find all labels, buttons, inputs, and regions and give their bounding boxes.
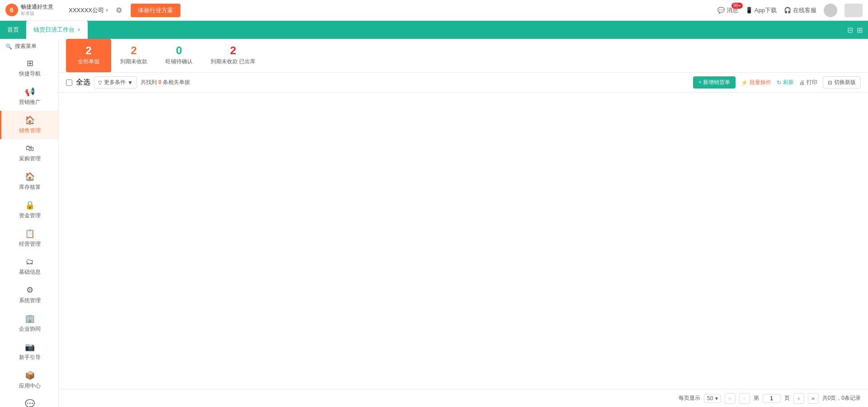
sidebar: 🔍 搜索菜单 ⊞ 快捷导航 📢 营销推广 🏠 销售管理 🛍 采购管理 🏠 库存核…	[0, 39, 59, 407]
sidebar-search[interactable]: 🔍 搜索菜单	[0, 39, 58, 54]
marketing-icon: 📢	[25, 87, 35, 97]
per-page-select[interactable]: 50 ▾	[704, 394, 721, 403]
all-count: 2	[85, 44, 91, 57]
batch-btn[interactable]: ⚡ 批量操作	[741, 79, 771, 86]
sidebar-item-finance[interactable]: 🔒 资金管理	[0, 196, 58, 224]
top-header: 6 畅捷通好生意 标准版 XXXXXX公司 ▾ ⚙ 体验行业方案 💬 消息 99…	[0, 0, 868, 21]
online-service-action[interactable]: 🎧 在线客服	[784, 6, 816, 14]
stats-tabs: 2 全部单据 2 到期未收款 0 旺铺待确认 2 到期未收款 已出库	[59, 39, 868, 73]
sidebar-label-system: 系统管理	[19, 297, 41, 304]
sidebar-item-enterprise[interactable]: 🏢 企业协同	[0, 309, 58, 337]
found-suffix: 条相关单据	[163, 79, 190, 85]
sidebar-item-guide[interactable]: 📷 新手引导	[0, 337, 58, 366]
close-tab-icon[interactable]: ×	[77, 27, 80, 33]
sidebar-label-quick-nav: 快捷导航	[19, 70, 41, 78]
minimize-icon[interactable]: ⊟	[847, 26, 853, 34]
sales-icon: 🏠	[25, 115, 35, 125]
sidebar-item-quick-nav[interactable]: ⊞ 快捷导航	[0, 54, 58, 82]
switch-view-btn[interactable]: ⊟ 切换新版	[823, 76, 861, 89]
inventory-icon: 🏠	[25, 172, 35, 182]
prev-page-btn[interactable]: ‹	[739, 393, 750, 404]
base-icon: 🗂	[26, 257, 34, 267]
expand-icon[interactable]: ⊞	[857, 26, 863, 34]
new-order-btn[interactable]: + 新增销货单	[693, 76, 736, 89]
sidebar-item-operations[interactable]: 📋 经营管理	[0, 224, 58, 253]
sidebar-item-purchase[interactable]: 🛍 采购管理	[0, 139, 58, 167]
page-input[interactable]	[763, 394, 781, 403]
select-all-label: 全选	[76, 78, 90, 87]
stat-tab-pending[interactable]: 0 旺铺待确认	[156, 39, 202, 72]
download-icon: 📱	[745, 7, 753, 14]
print-label: 打印	[807, 79, 817, 86]
toolbar-right: + 新增销货单 ⚡ 批量操作 ↻ 刷新 🖨 打印 ⊟ 切换新版	[693, 76, 861, 89]
sidebar-item-sales[interactable]: 🏠 销售管理	[0, 111, 58, 139]
overdue-label: 到期未收款	[120, 58, 147, 65]
filter-icon: ▽	[98, 80, 102, 86]
app-download-action[interactable]: 📱 App下载	[745, 6, 777, 14]
stat-tab-overdue[interactable]: 2 到期未收款	[111, 39, 156, 72]
found-prefix: 共找到	[141, 79, 157, 85]
content-area: 2 全部单据 2 到期未收款 0 旺铺待确认 2 到期未收款 已出库 全选	[59, 39, 868, 407]
stat-tab-all[interactable]: 2 全部单据	[66, 39, 111, 72]
batch-icon: ⚡	[741, 80, 748, 86]
finance-icon: 🔒	[25, 200, 35, 210]
chevron-down-icon: ▾	[106, 8, 108, 13]
per-page-chevron-icon: ▾	[715, 395, 718, 402]
sidebar-label-guide: 新手引导	[19, 354, 41, 361]
quick-nav-icon: ⊞	[27, 58, 33, 68]
batch-label: 批量操作	[750, 79, 771, 86]
sidebar-label-purchase: 采购管理	[19, 155, 41, 163]
app-badge: 标准版	[21, 10, 53, 17]
last-page-btn[interactable]: »	[808, 393, 819, 404]
wechat-icon: 💬	[25, 399, 35, 407]
industry-btn[interactable]: 体验行业方案	[131, 4, 180, 17]
tab-home[interactable]: 首页	[0, 21, 26, 39]
logo-text-wrap: 畅捷通好生意 标准版	[21, 4, 53, 16]
filter-label: 更多条件	[104, 79, 126, 86]
service-icon: 🎧	[784, 7, 791, 14]
overdue-count: 2	[131, 44, 137, 57]
sidebar-item-appstore[interactable]: 📦 应用中心	[0, 366, 58, 394]
logo-area: 6 畅捷通好生意 标准版	[5, 4, 64, 16]
message-action[interactable]: 💬 消息 99+	[717, 6, 738, 14]
nav-tabs-controls: ⊟ ⊞	[842, 26, 868, 34]
table-area	[59, 93, 868, 389]
settings-icon[interactable]: ⚙	[113, 4, 125, 17]
total-text: 共0页，0条记录	[822, 394, 861, 402]
system-icon: ⚙	[26, 285, 33, 295]
message-icon: 💬	[717, 7, 725, 14]
company-selector[interactable]: XXXXXX公司 ▾	[69, 6, 108, 14]
user-name-placeholder	[844, 4, 863, 17]
page-label: 第	[754, 394, 759, 402]
appstore-icon: 📦	[25, 370, 35, 380]
sidebar-item-base[interactable]: 🗂 基础信息	[0, 253, 58, 281]
sidebar-label-marketing: 营销推广	[19, 98, 41, 106]
first-page-btn[interactable]: «	[725, 393, 736, 404]
found-text: 共找到 0 条相关单据	[141, 79, 190, 86]
next-page-btn[interactable]: ›	[793, 393, 804, 404]
enterprise-icon: 🏢	[25, 313, 35, 323]
pagination: 每页显示 50 ▾ « ‹ 第 页 › » 共0页，0条记录	[59, 389, 868, 407]
filter-btn[interactable]: ▽ 更多条件 ▼	[94, 76, 137, 89]
refresh-icon: ↻	[777, 80, 781, 86]
found-count: 0	[158, 79, 161, 85]
tab-daily-work[interactable]: 钱货日清工作台 ×	[26, 21, 88, 39]
select-all-checkbox[interactable]	[66, 80, 72, 86]
per-page-value: 50	[707, 395, 713, 402]
sidebar-item-wechat[interactable]: 💬 企业微信	[0, 394, 58, 407]
stat-tab-out[interactable]: 2 到期未收款 已出库	[202, 39, 264, 72]
header-right: 💬 消息 99+ 📱 App下载 🎧 在线客服	[717, 4, 863, 17]
avatar[interactable]	[824, 4, 837, 17]
print-btn[interactable]: 🖨 打印	[799, 79, 817, 86]
sidebar-item-system[interactable]: ⚙ 系统管理	[0, 281, 58, 309]
toolbar-left: 全选 ▽ 更多条件 ▼ 共找到 0 条相关单据	[66, 76, 190, 89]
all-label: 全部单据	[78, 58, 99, 65]
search-label: 搜索菜单	[15, 42, 37, 50]
refresh-btn[interactable]: ↻ 刷新	[777, 79, 794, 86]
sidebar-label-appstore: 应用中心	[19, 382, 41, 390]
sidebar-item-marketing[interactable]: 📢 营销推广	[0, 82, 58, 111]
switch-icon: ⊟	[828, 80, 832, 86]
sidebar-item-inventory[interactable]: 🏠 库存核算	[0, 167, 58, 196]
operations-icon: 📋	[25, 229, 35, 239]
guide-icon: 📷	[25, 342, 35, 352]
